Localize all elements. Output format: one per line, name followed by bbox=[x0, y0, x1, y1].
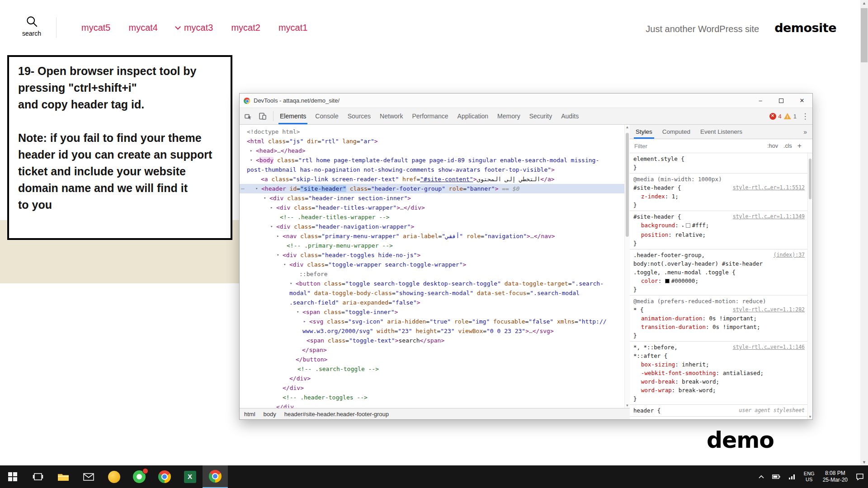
css-rule[interactable]: style-rtl.c…ver=1.1:146*, *::before,*::a… bbox=[630, 342, 807, 405]
expander-open-icon[interactable]: ▾ bbox=[277, 250, 279, 260]
site-title[interactable]: demosite bbox=[774, 21, 836, 35]
maximize-button[interactable] bbox=[771, 94, 792, 108]
devtools-tab-security[interactable]: Security bbox=[525, 108, 557, 124]
dom-node-line[interactable]: </div> bbox=[240, 383, 624, 393]
scroll-down-icon[interactable]: ▼ bbox=[860, 460, 868, 465]
page-scrollbar-thumb[interactable] bbox=[861, 8, 868, 62]
css-property[interactable]: z-index: 1; bbox=[633, 192, 804, 201]
dom-node-line[interactable]: <!-- .primary-menu-wrapper --> bbox=[240, 241, 624, 250]
sidebar-more-tabs-button[interactable]: » bbox=[798, 125, 812, 139]
sidebar-tab-event-listeners[interactable]: Event Listeners bbox=[695, 125, 747, 139]
elements-scrollbar-thumb[interactable] bbox=[626, 133, 629, 237]
devtools-tab-audits[interactable]: Audits bbox=[557, 108, 583, 124]
styles-scrollbar-thumb[interactable] bbox=[809, 159, 811, 199]
expander-open-icon[interactable]: ▾ bbox=[290, 279, 292, 288]
toggle-hover-state-button[interactable]: :hov bbox=[767, 143, 778, 149]
stylesheet-source-link[interactable]: style-rtl.c…er=1.1:5512 bbox=[733, 183, 805, 192]
css-rule[interactable]: element.style {} bbox=[630, 153, 807, 174]
new-style-rule-button[interactable]: + bbox=[797, 142, 802, 150]
dom-node-line[interactable]: ▾<div class="toggle-wrapper search-toggl… bbox=[240, 260, 624, 269]
dom-node-line[interactable]: <span class="toggle-text">search</span> bbox=[240, 336, 624, 345]
dom-node-line[interactable]: <a class="skip-link screen-reader-text" … bbox=[240, 174, 624, 184]
expander-open-icon[interactable]: ▾ bbox=[255, 184, 258, 193]
chrome-active-button[interactable] bbox=[203, 465, 228, 488]
excel-button[interactable] bbox=[177, 465, 203, 488]
styles-scrollbar[interactable]: ▼ bbox=[807, 153, 812, 419]
dom-node-line[interactable]: ▾<body class="rtl home page-template-def… bbox=[240, 155, 624, 165]
expander-closed-icon[interactable]: ▸ bbox=[303, 317, 306, 326]
devtools-tab-console[interactable]: Console bbox=[311, 108, 343, 124]
action-center-button[interactable] bbox=[852, 465, 868, 488]
close-button[interactable]: ✕ bbox=[792, 94, 812, 108]
mail-button[interactable] bbox=[76, 465, 101, 488]
menu-item-mycat3[interactable]: mycat3 bbox=[176, 23, 213, 33]
menu-item-mycat5[interactable]: mycat5 bbox=[81, 23, 110, 33]
dom-node-line[interactable]: </div> bbox=[240, 374, 624, 383]
devtools-tab-network[interactable]: Network bbox=[375, 108, 407, 124]
app-yellow-button[interactable] bbox=[101, 465, 127, 488]
dom-node-line[interactable]: </button> bbox=[240, 355, 624, 364]
site-search-toggle[interactable]: search bbox=[17, 15, 46, 37]
scroll-up-icon[interactable]: ▲ bbox=[625, 125, 630, 129]
inspect-element-button[interactable] bbox=[241, 110, 255, 122]
error-icon[interactable] bbox=[769, 113, 776, 120]
scroll-up-icon[interactable]: ▲ bbox=[860, 1, 868, 5]
language-indicator[interactable]: ENG US bbox=[800, 465, 819, 488]
devtools-tab-performance[interactable]: Performance bbox=[407, 108, 453, 124]
dom-node-line[interactable]: <html class="js" dir="rtl" lang="ar"> bbox=[240, 136, 624, 146]
dom-node-line[interactable]: .search-field" aria-expanded="false"> bbox=[240, 298, 624, 307]
warning-icon[interactable] bbox=[784, 113, 791, 119]
node-actions-icon[interactable]: ⋯ bbox=[241, 184, 245, 193]
dom-node-line[interactable]: post-thumbnail has-no-pagination not-sho… bbox=[240, 165, 624, 174]
dom-node-line[interactable]: ▸<nav class="primary-menu-wrapper" aria-… bbox=[240, 231, 624, 241]
tray-chevron-icon[interactable] bbox=[755, 465, 768, 488]
task-view-button[interactable] bbox=[25, 465, 51, 488]
css-rule[interactable]: style-rtl.c…ver=1.1:282@media (prefers-r… bbox=[630, 296, 807, 342]
dom-node-line[interactable]: <!-- .search-toggle --> bbox=[240, 364, 624, 374]
menu-item-mycat1[interactable]: mycat1 bbox=[278, 23, 307, 33]
elements-scrollbar[interactable]: ▲ ▼ bbox=[624, 125, 630, 408]
stylesheet-source-link[interactable]: style-rtl.c…er=1.1:1349 bbox=[733, 212, 805, 221]
dom-node-line[interactable]: ▾<div class="header-toggles hide-no-js"> bbox=[240, 250, 624, 260]
error-count[interactable]: 4 bbox=[778, 113, 782, 120]
css-property[interactable]: box-sizing: inherit; bbox=[633, 360, 804, 369]
css-property[interactable]: animation-duration: 0s !important; bbox=[633, 314, 804, 323]
menu-item-mycat4[interactable]: mycat4 bbox=[128, 23, 157, 33]
chrome-button[interactable] bbox=[152, 465, 177, 488]
warning-count[interactable]: 1 bbox=[793, 113, 797, 120]
whatsapp-button[interactable] bbox=[127, 465, 152, 488]
sidebar-tab-styles[interactable]: Styles bbox=[631, 125, 657, 139]
expander-open-icon[interactable]: ▾ bbox=[250, 155, 252, 165]
devtools-tab-elements[interactable]: Elements bbox=[275, 108, 311, 124]
file-explorer-button[interactable] bbox=[51, 465, 76, 488]
expander-closed-icon[interactable]: ▸ bbox=[250, 146, 252, 155]
footer-site-logo[interactable]: demo bbox=[707, 427, 774, 453]
css-property[interactable]: -webkit-font-smoothing: antialiased; bbox=[633, 369, 804, 377]
expander-closed-icon[interactable]: ▸ bbox=[270, 203, 273, 212]
stylesheet-source-link[interactable]: (index):37 bbox=[774, 251, 805, 259]
expander-open-icon[interactable]: ▾ bbox=[283, 260, 286, 269]
scroll-down-icon[interactable]: ▼ bbox=[808, 415, 812, 419]
css-property[interactable]: transition-duration: 0s !important; bbox=[633, 323, 804, 331]
expander-closed-icon[interactable]: ▸ bbox=[277, 231, 279, 241]
dom-node-line[interactable]: ▾<div class="header-navigation-wrapper"> bbox=[240, 222, 624, 231]
css-rule[interactable]: user agent stylesheetheader { bbox=[630, 405, 807, 417]
css-rule[interactable]: style-rtl.c…er=1.1:1349#site-header {bac… bbox=[630, 211, 807, 249]
color-swatch[interactable] bbox=[686, 223, 690, 228]
css-rule[interactable]: (index):37.header-footer-group,body:not(… bbox=[630, 249, 807, 296]
styles-filter-input[interactable]: Filter bbox=[634, 143, 647, 150]
battery-icon[interactable] bbox=[768, 465, 784, 488]
dom-node-line[interactable]: ▸<head>…</head> bbox=[240, 146, 624, 155]
device-toolbar-button[interactable] bbox=[256, 110, 269, 122]
css-property[interactable]: background: ▸#fff; bbox=[633, 221, 804, 230]
dom-node-line[interactable]: ▸<svg class="svg-icon" aria-hidden="true… bbox=[240, 317, 624, 326]
breadcrumb-item[interactable]: body bbox=[264, 411, 276, 418]
dom-node-line[interactable]: ▾<div class="header-inner section-inner"… bbox=[240, 193, 624, 203]
dom-node-line[interactable]: </span> bbox=[240, 345, 624, 355]
dom-node-line[interactable]: modal" data-toggle-body-class="showing-s… bbox=[240, 288, 624, 298]
expander-open-icon[interactable]: ▾ bbox=[264, 193, 266, 203]
dom-node-line[interactable]: ▾<span class="toggle-inner"> bbox=[240, 307, 624, 317]
dom-node-line[interactable]: <!doctype html> bbox=[240, 127, 624, 136]
start-button[interactable] bbox=[0, 465, 25, 488]
stylesheet-source-link[interactable]: style-rtl.c…ver=1.1:146 bbox=[733, 343, 805, 352]
